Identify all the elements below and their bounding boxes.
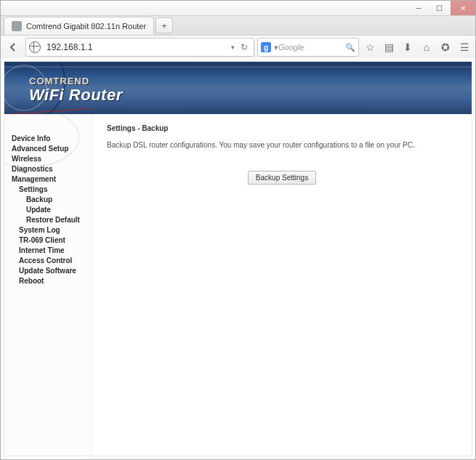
- browser-tab-strip: Comtrend Gigabit 802.11n Router +: [1, 16, 475, 35]
- sidebar-item-internet-time[interactable]: Internet Time: [12, 245, 92, 255]
- globe-icon: [29, 41, 41, 53]
- tab-title: Comtrend Gigabit 802.11n Router: [26, 22, 146, 31]
- search-box[interactable]: g ▾ Google 🔍: [257, 38, 359, 57]
- browser-tab[interactable]: Comtrend Gigabit 802.11n Router: [4, 17, 154, 35]
- search-placeholder-text: Google: [278, 43, 304, 52]
- brand-bottom: WiFi Router: [29, 86, 123, 104]
- sidebar-nav: Device Info Advanced Setup Wireless Diag…: [4, 114, 92, 456]
- sidebar-item-restore-default[interactable]: Restore Default: [12, 214, 92, 225]
- sidebar-item-update[interactable]: Update: [12, 204, 92, 214]
- router-page: COMTREND WiFi Router Device Info Advance…: [4, 61, 472, 456]
- reload-button[interactable]: ↻: [238, 42, 251, 52]
- brand-logo: COMTREND WiFi Router: [29, 76, 123, 104]
- url-input[interactable]: [45, 41, 228, 53]
- content-pane: Settings - Backup Backup DSL router conf…: [92, 114, 472, 456]
- sidebar-item-update-software[interactable]: Update Software: [12, 265, 92, 275]
- back-button[interactable]: [4, 39, 23, 56]
- page-title: Settings - Backup: [107, 124, 457, 132]
- new-tab-button[interactable]: +: [156, 17, 173, 33]
- window-titlebar: ─ ☐ ✕: [1, 1, 475, 16]
- window-maximize-button[interactable]: ☐: [429, 1, 449, 15]
- library-button[interactable]: ▤: [381, 39, 397, 56]
- window-minimize-button[interactable]: ─: [408, 1, 429, 15]
- sidebar-item-reboot[interactable]: Reboot: [12, 275, 92, 286]
- sidebar-item-wireless[interactable]: Wireless: [12, 153, 92, 164]
- brand-top: COMTREND: [29, 76, 123, 86]
- sidebar-item-diagnostics[interactable]: Diagnostics: [12, 164, 92, 174]
- search-icon[interactable]: 🔍: [345, 43, 355, 52]
- router-banner: COMTREND WiFi Router: [4, 62, 472, 114]
- url-history-dropdown[interactable]: ▾: [228, 44, 238, 51]
- downloads-button[interactable]: ⬇: [400, 39, 416, 56]
- sidebar-item-management[interactable]: Management: [12, 174, 92, 184]
- sidebar-item-advanced-setup[interactable]: Advanced Setup: [12, 143, 92, 153]
- bookmark-star-button[interactable]: ☆: [362, 39, 378, 56]
- url-bar[interactable]: ▾ ↻: [25, 38, 254, 57]
- sidebar-item-system-log[interactable]: System Log: [12, 225, 92, 235]
- window-close-button[interactable]: ✕: [451, 1, 475, 15]
- backup-settings-button[interactable]: Backup Settings: [248, 171, 316, 185]
- sidebar-item-access-control[interactable]: Access Control: [12, 255, 92, 265]
- chevron-left-icon: [7, 41, 19, 53]
- browser-toolbar: ▾ ↻ g ▾ Google 🔍 ☆ ▤ ⬇ ⌂ ✪ ☰: [1, 35, 475, 60]
- sidebar-item-settings[interactable]: Settings: [12, 184, 92, 194]
- sidebar-item-tr069-client[interactable]: TR-069 Client: [12, 235, 92, 245]
- sidebar-item-device-info[interactable]: Device Info: [12, 133, 92, 143]
- sidebar-item-backup[interactable]: Backup: [12, 194, 92, 204]
- home-button[interactable]: ⌂: [419, 39, 435, 56]
- addons-button[interactable]: ✪: [437, 39, 453, 56]
- favicon-icon: [12, 21, 22, 31]
- google-icon: g: [261, 42, 271, 52]
- menu-button[interactable]: ☰: [456, 39, 472, 56]
- page-viewport: COMTREND WiFi Router Device Info Advance…: [1, 58, 475, 459]
- page-description: Backup DSL router configurations. You ma…: [107, 141, 457, 149]
